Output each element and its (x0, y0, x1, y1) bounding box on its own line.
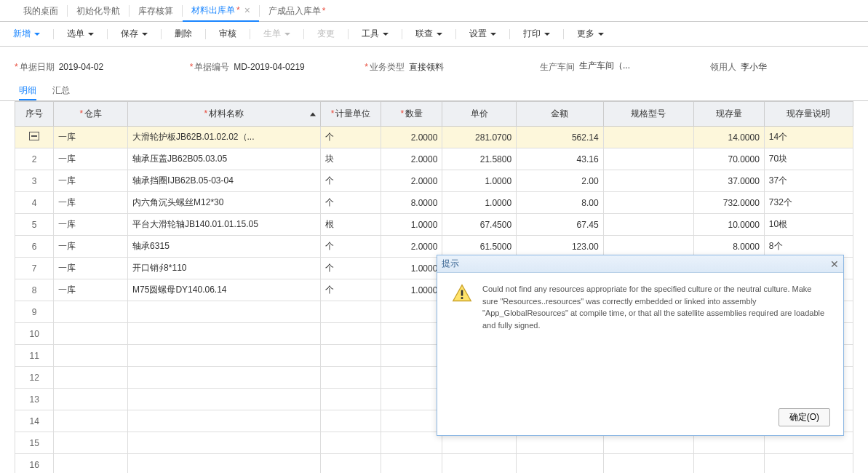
cell-unit[interactable]: 个 (320, 279, 381, 301)
cell-spec[interactable] (603, 170, 694, 192)
cell-unit[interactable] (320, 367, 381, 389)
col-material-name[interactable]: *材料名称 (128, 102, 320, 127)
cell-stock[interactable]: 10.0000 (694, 214, 765, 236)
cell-unit[interactable] (320, 454, 381, 474)
cell-unit[interactable]: 个 (320, 192, 381, 214)
cell-warehouse[interactable]: 一库 (54, 170, 128, 192)
cell-stock-desc[interactable]: 732个 (764, 192, 853, 214)
settings-button[interactable]: 设置 (469, 28, 496, 40)
cell-material-name[interactable]: 轴承6315 (128, 236, 320, 258)
cell-unit[interactable] (320, 389, 381, 410)
cell-material-name[interactable]: 开口销∮8*110 (128, 258, 320, 279)
biz-type-field[interactable]: 直接领料 (409, 61, 489, 73)
cell-stock-desc[interactable]: 14个 (764, 127, 853, 148)
cell-warehouse[interactable]: 一库 (54, 258, 128, 279)
save-button[interactable]: 保存 (121, 28, 148, 40)
cell-qty[interactable]: 2.0000 (381, 236, 442, 258)
cell-warehouse[interactable] (54, 454, 128, 474)
cell-warehouse[interactable] (54, 345, 128, 367)
table-row[interactable]: 16 (15, 454, 853, 474)
cell-warehouse[interactable] (54, 432, 128, 454)
cell-warehouse[interactable]: 一库 (54, 127, 128, 148)
cell-material-name[interactable]: 内六角沉头螺丝M12*30 (128, 192, 320, 214)
cell-spec[interactable] (603, 214, 694, 236)
cell-amount[interactable]: 123.00 (517, 236, 604, 258)
cell-amount[interactable]: 2.00 (517, 170, 604, 192)
cell-unit[interactable]: 根 (320, 214, 381, 236)
cell-price[interactable]: 21.5800 (442, 148, 517, 170)
delete-button[interactable]: 删除 (175, 28, 192, 40)
col-stock[interactable]: 现存量 (694, 102, 765, 127)
date-field[interactable]: 2019-04-02 (59, 62, 139, 72)
close-icon[interactable]: ✕ (830, 258, 839, 270)
col-index[interactable]: 序号 (15, 102, 54, 127)
cell-amount[interactable]: 562.14 (517, 127, 604, 148)
cell-stock-desc[interactable]: 8个 (764, 236, 853, 258)
cell-qty[interactable] (381, 367, 442, 389)
doc-no-field[interactable]: MD-2019-04-0219 (234, 62, 314, 72)
workshop-field[interactable]: 生产车间（... (579, 60, 659, 74)
cell-unit[interactable] (320, 323, 381, 345)
cell-unit[interactable]: 个 (320, 236, 381, 258)
cell-stock[interactable]: 70.0000 (694, 148, 765, 170)
table-row[interactable]: 6一库轴承6315个2.000061.5000123.008.00008个 (15, 236, 853, 258)
cell-stock[interactable]: 37.0000 (694, 170, 765, 192)
cell-material-name[interactable] (128, 367, 320, 389)
cell-material-name[interactable] (128, 410, 320, 432)
cell-material-name[interactable]: 平台大滑轮轴JB140.01.01.15.05 (128, 214, 320, 236)
cell-qty[interactable] (381, 454, 442, 474)
cell-material-name[interactable] (128, 454, 320, 474)
cell-unit[interactable]: 个 (320, 127, 381, 148)
cell-unit[interactable] (320, 410, 381, 432)
dialog-titlebar[interactable]: 提示 ✕ (437, 255, 843, 273)
cell-warehouse[interactable] (54, 410, 128, 432)
cell-qty[interactable]: 1.0000 (381, 214, 442, 236)
table-row[interactable]: 4一库内六角沉头螺丝M12*30个8.00001.00008.00732.000… (15, 192, 853, 214)
cell-qty[interactable] (381, 410, 442, 432)
cell-material-name[interactable] (128, 389, 320, 410)
col-qty[interactable]: *数量 (381, 102, 442, 127)
cell-warehouse[interactable]: 一库 (54, 192, 128, 214)
col-spec[interactable]: 规格型号 (603, 102, 694, 127)
cell-stock-desc[interactable]: 10根 (764, 214, 853, 236)
ok-button[interactable]: 确定(O) (779, 408, 830, 426)
cell-amount[interactable]: 43.16 (517, 148, 604, 170)
more-button[interactable]: 更多 (577, 28, 604, 40)
cell-qty[interactable] (381, 323, 442, 345)
cell-amount[interactable]: 67.45 (517, 214, 604, 236)
cell-material-name[interactable]: 轴承压盖JB62B05.03.05 (128, 148, 320, 170)
col-warehouse[interactable]: *仓库 (54, 102, 128, 127)
cell-material-name[interactable] (128, 301, 320, 323)
cell-stock[interactable]: 8.0000 (694, 236, 765, 258)
cell-qty[interactable] (381, 345, 442, 367)
cell-material-name[interactable]: 轴承挡圈ⅠJB62B.05-03-04 (128, 170, 320, 192)
cell-price[interactable]: 61.5000 (442, 236, 517, 258)
table-row[interactable]: 一库大滑轮护板JB62B.01.02.02（...个2.0000281.0700… (15, 127, 853, 148)
cell-stock-desc[interactable]: 70块 (764, 148, 853, 170)
cell-spec[interactable] (603, 236, 694, 258)
cell-stock[interactable]: 732.0000 (694, 192, 765, 214)
cell-stock-desc[interactable]: 37个 (764, 170, 853, 192)
cell-material-name[interactable]: 大滑轮护板JB62B.01.02.02（... (128, 127, 320, 148)
tab-summary[interactable]: 汇总 (52, 80, 70, 100)
table-row[interactable]: 5一库平台大滑轮轴JB140.01.01.15.05根1.000067.4500… (15, 214, 853, 236)
cell-material-name[interactable] (128, 323, 320, 345)
cell-qty[interactable] (381, 301, 442, 323)
cell-qty[interactable]: 2.0000 (381, 170, 442, 192)
cell-warehouse[interactable]: 一库 (54, 279, 128, 301)
cell-stock-desc[interactable] (764, 454, 853, 474)
cell-unit[interactable]: 块 (320, 148, 381, 170)
tab-product-in[interactable]: 产成品入库单* (260, 0, 335, 22)
joint-query-button[interactable]: 联查 (415, 28, 442, 40)
tab-material-out[interactable]: 材料出库单* × (183, 0, 259, 22)
cell-warehouse[interactable]: 一库 (54, 214, 128, 236)
cell-unit[interactable]: 个 (320, 258, 381, 279)
cell-qty[interactable]: 2.0000 (381, 148, 442, 170)
cell-stock[interactable] (694, 454, 765, 474)
cell-material-name[interactable] (128, 345, 320, 367)
tab-stock-calc[interactable]: 库存核算 (130, 0, 182, 22)
cell-warehouse[interactable]: 一库 (54, 236, 128, 258)
tab-desktop[interactable]: 我的桌面 (15, 0, 67, 22)
cell-warehouse[interactable] (54, 323, 128, 345)
cell-material-name[interactable]: M75圆螺母DY140.06.14 (128, 279, 320, 301)
